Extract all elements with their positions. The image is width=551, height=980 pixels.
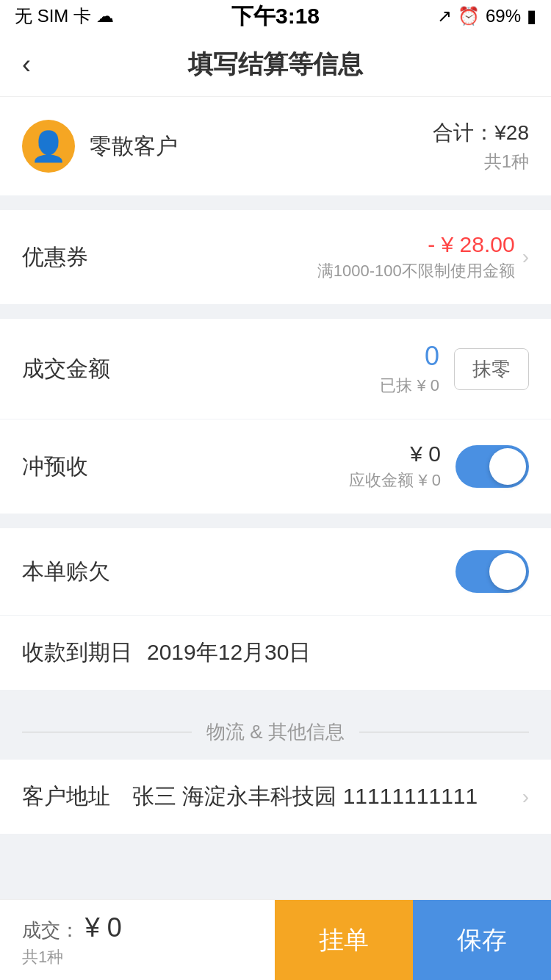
- bottom-deal-row: 成交： ¥ 0: [22, 912, 253, 943]
- transaction-row: 成交金额 0 已抹 ¥ 0 抹零: [0, 319, 551, 419]
- customer-name: 零散客户: [90, 131, 178, 162]
- due-date-value: 2019年12月30日: [147, 638, 311, 668]
- bottom-deal-label: 成交：: [22, 919, 79, 941]
- customer-right: 合计：¥28 共1种: [433, 119, 529, 173]
- due-date-row: 收款到期日 2019年12月30日: [0, 615, 551, 690]
- transaction-amount-value: 0: [425, 341, 439, 372]
- coupon-amount: - ¥ 28.00: [317, 232, 515, 257]
- status-right: ↗ ⏰ 69% ▮: [437, 6, 536, 26]
- toggle-circle: [489, 448, 526, 485]
- avatar-icon: 👤: [30, 129, 67, 164]
- divider-1: [0, 195, 551, 210]
- hang-button[interactable]: 挂单: [275, 900, 413, 981]
- coupon-right: - ¥ 28.00 满1000-100不限制使用金额 ›: [317, 232, 529, 282]
- bottom-bar: 成交： ¥ 0 共1种 挂单 保存: [0, 899, 551, 980]
- total-amount: 合计：¥28: [433, 119, 529, 147]
- address-label: 客户地址: [22, 782, 110, 812]
- bottom-count: 共1种: [22, 946, 253, 968]
- transaction-section: 成交金额 0 已抹 ¥ 0 抹零 冲预收 ¥ 0 应收金额 ¥ 0: [0, 319, 551, 514]
- bottom-amount: ¥ 0: [85, 912, 122, 943]
- prepayment-sub: 应收金额 ¥ 0: [349, 469, 441, 491]
- save-label: 保存: [457, 923, 507, 957]
- prepayment-amount: ¥ 0: [349, 442, 441, 466]
- main-content: 👤 零散客户 合计：¥28 共1种 优惠券 - ¥ 28.00 满1000-10…: [0, 97, 551, 922]
- credit-toggle-circle: [489, 553, 526, 590]
- sim-status: 无 SIM 卡 ☁: [15, 4, 114, 28]
- logistics-line-left: [22, 732, 192, 732]
- credit-label: 本单赊欠: [22, 557, 110, 587]
- logistics-line-right: [359, 732, 529, 732]
- transaction-label: 成交金额: [22, 354, 110, 384]
- hang-label: 挂单: [319, 923, 369, 957]
- prepayment-row: 冲预收 ¥ 0 应收金额 ¥ 0: [0, 419, 551, 514]
- transaction-sub: 已抹 ¥ 0: [380, 375, 439, 397]
- credit-row: 本单赊欠: [0, 528, 551, 615]
- avatar: 👤: [22, 120, 75, 173]
- logistics-text: 物流 & 其他信息: [206, 719, 345, 745]
- amount-input-area: 0 已抹 ¥ 0: [380, 341, 439, 397]
- prepayment-label: 冲预收: [22, 452, 88, 482]
- battery-icon: ▮: [527, 6, 536, 26]
- customer-left: 👤 零散客户: [22, 120, 178, 173]
- coupon-chevron-icon: ›: [522, 245, 529, 269]
- credit-section: 本单赊欠 收款到期日 2019年12月30日: [0, 528, 551, 690]
- total-count: 共1种: [433, 150, 529, 173]
- status-bar: 无 SIM 卡 ☁ 下午3:18 ↗ ⏰ 69% ▮: [0, 0, 551, 32]
- divider-4: [0, 690, 551, 705]
- address-chevron-icon: ›: [522, 785, 529, 809]
- address-row[interactable]: 客户地址 张三 海淀永丰科技园 11111111111 ›: [0, 760, 551, 834]
- location-icon: ↗: [437, 6, 452, 26]
- customer-section: 👤 零散客户 合计：¥28 共1种: [0, 97, 551, 195]
- prepayment-toggle[interactable]: [455, 445, 529, 488]
- coupon-desc: 满1000-100不限制使用金额: [317, 260, 515, 282]
- prepayment-text: ¥ 0 应收金额 ¥ 0: [349, 442, 441, 491]
- credit-toggle[interactable]: [455, 550, 529, 593]
- round-zero-button[interactable]: 抹零: [454, 348, 529, 390]
- customer-row: 👤 零散客户 合计：¥28 共1种: [22, 119, 529, 173]
- coupon-label: 优惠券: [22, 242, 88, 273]
- status-time: 下午3:18: [231, 1, 320, 32]
- coupon-text: - ¥ 28.00 满1000-100不限制使用金额: [317, 232, 515, 282]
- nav-bar: ‹ 填写结算等信息: [0, 32, 551, 97]
- coupon-section: 优惠券 - ¥ 28.00 满1000-100不限制使用金额 ›: [0, 210, 551, 304]
- due-date-label: 收款到期日: [22, 638, 132, 668]
- address-value: 张三 海淀永丰科技园 11111111111: [132, 782, 522, 812]
- battery-level: 69%: [486, 6, 521, 26]
- coupon-row[interactable]: 优惠券 - ¥ 28.00 满1000-100不限制使用金额 ›: [0, 210, 551, 304]
- alarm-icon: ⏰: [458, 6, 480, 26]
- logistics-header: 物流 & 其他信息: [0, 705, 551, 760]
- bottom-info: 成交： ¥ 0 共1种: [0, 912, 275, 968]
- transaction-value-area: 0 已抹 ¥ 0 抹零: [110, 341, 529, 397]
- status-left: 无 SIM 卡 ☁: [15, 4, 114, 28]
- back-button[interactable]: ‹: [22, 49, 31, 80]
- divider-2: [0, 304, 551, 319]
- page-title: 填写结算等信息: [188, 48, 363, 82]
- divider-3: [0, 514, 551, 528]
- save-button[interactable]: 保存: [413, 900, 551, 981]
- prepayment-right: ¥ 0 应收金额 ¥ 0: [349, 442, 529, 491]
